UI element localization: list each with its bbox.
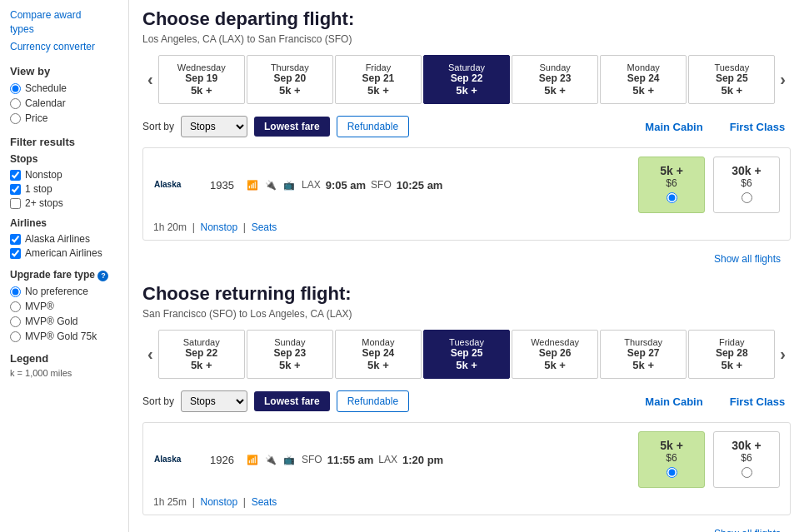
departing-fare-labels: Main Cabin First Class: [641, 121, 791, 133]
date-cell-1[interactable]: Thursday Sep 20 5k +: [247, 55, 333, 104]
departing-section: Choose departing flight: Los Angeles, CA…: [142, 8, 791, 270]
ret-date-cell-0[interactable]: Saturday Sep 22 5k +: [158, 330, 245, 379]
returning-flight-info: Alaska 1926 📶 🔌 📺 SFO 11:55 am LAX 1:20 …: [143, 423, 790, 496]
two-plus-stops-checkbox[interactable]: 2+ stops: [10, 197, 118, 209]
view-by-section: View by Schedule Calendar Price: [10, 65, 118, 124]
upgrade-fare-title: Upgrade fare type ?: [10, 269, 118, 281]
mvp-gold75k-radio[interactable]: MVP® Gold 75k: [10, 331, 118, 342]
returning-show-all-link[interactable]: Show all flights: [714, 528, 781, 532]
ret-date-cell-3[interactable]: Tuesday Sep 25 5k +: [423, 330, 510, 379]
departing-seats-link[interactable]: Seats: [252, 221, 277, 233]
returning-dest-code: LAX: [378, 454, 397, 465]
airlines-label: Airlines: [10, 217, 118, 229]
currency-converter-link[interactable]: Currency converter: [10, 40, 118, 54]
mvp-gold-radio[interactable]: MVP® Gold: [10, 316, 118, 327]
returning-main-sub: $6: [644, 452, 699, 464]
departing-show-all-link[interactable]: Show all flights: [714, 253, 781, 265]
returning-arrive-time: 1:20 pm: [402, 454, 443, 466]
departing-first-radio[interactable]: [719, 192, 774, 206]
departing-route: Los Angeles, CA (LAX) to San Francisco (…: [142, 33, 791, 45]
one-stop-checkbox[interactable]: 1 stop: [10, 183, 118, 195]
returning-first-price: 30k +: [719, 439, 774, 452]
returning-sort-bar: Sort by Stops Price Duration Lowest fare…: [142, 390, 791, 412]
date-cell-4[interactable]: Sunday Sep 23 5k +: [512, 55, 598, 104]
returning-nonstop-link[interactable]: Nonstop: [200, 496, 237, 508]
departing-main-cabin-label: Main Cabin: [641, 121, 707, 133]
returning-first-class-cell[interactable]: 30k + $6: [713, 431, 780, 488]
departing-prev-arrow[interactable]: ‹: [142, 70, 158, 89]
returning-flight-details: 1h 25m | Nonstop | Seats: [143, 496, 790, 515]
svg-text:Alaska: Alaska: [154, 454, 182, 463]
stops-filter: Stops Nonstop 1 stop 2+ stops: [10, 153, 118, 209]
stops-label: Stops: [10, 153, 118, 165]
svg-text:Alaska: Alaska: [154, 179, 182, 188]
main-content: Choose departing flight: Los Angeles, CA…: [129, 0, 804, 532]
legend-section: Legend k = 1,000 miles: [10, 352, 118, 378]
returning-main-price: 5k +: [644, 439, 699, 452]
departing-show-all: Show all flights: [142, 247, 791, 270]
date-cell-3[interactable]: Saturday Sep 22 5k +: [423, 55, 510, 104]
returning-seats-link[interactable]: Seats: [252, 496, 277, 508]
filter-results-label: Filter results: [10, 136, 118, 148]
returning-fare-cells: 5k + $6 30k + $6: [638, 431, 780, 488]
ret-date-cell-1[interactable]: Sunday Sep 23 5k +: [247, 330, 333, 379]
view-calendar[interactable]: Calendar: [10, 97, 118, 109]
departing-main-price: 5k +: [644, 164, 699, 177]
airlines-filter: Airlines Alaska Airlines American Airlin…: [10, 217, 118, 259]
departing-flight-row: Alaska 1935 📶 🔌 📺 LAX 9:05 am SFO 10:25 …: [142, 147, 791, 241]
departing-main-cabin-cell[interactable]: 5k + $6: [638, 157, 705, 213]
date-cell-2[interactable]: Friday Sep 21 5k +: [335, 55, 422, 104]
wifi-icon: 📶: [247, 180, 258, 191]
alaska-logo: Alaska: [153, 175, 203, 196]
sidebar: Compare award types Currency converter V…: [0, 0, 129, 532]
returning-sort-select[interactable]: Stops Price Duration: [181, 390, 247, 412]
american-airlines-checkbox[interactable]: American Airlines: [10, 247, 118, 259]
legend-title: Legend: [10, 352, 118, 365]
departing-refundable-btn[interactable]: Refundable: [337, 116, 409, 137]
nonstop-checkbox[interactable]: Nonstop: [10, 169, 118, 181]
view-schedule[interactable]: Schedule: [10, 82, 118, 94]
returning-next-arrow[interactable]: ›: [775, 345, 791, 364]
ret-date-cell-5[interactable]: Thursday Sep 27 5k +: [600, 330, 687, 379]
alaska-airlines-checkbox[interactable]: Alaska Airlines: [10, 233, 118, 245]
alaska-return-logo: Alaska: [153, 450, 203, 470]
mvp-radio[interactable]: MVP®: [10, 301, 118, 312]
ret-date-cell-2[interactable]: Monday Sep 24 5k +: [335, 330, 422, 379]
returning-fare-labels: Main Cabin First Class: [641, 395, 791, 408]
legend-text: k = 1,000 miles: [10, 368, 118, 378]
departing-nonstop-link[interactable]: Nonstop: [200, 221, 237, 233]
compare-award-link[interactable]: Compare award types: [10, 8, 118, 37]
date-cell-6[interactable]: Tuesday Sep 25 5k +: [688, 55, 775, 104]
departing-lowest-fare-btn[interactable]: Lowest fare: [254, 117, 330, 137]
info-icon[interactable]: ?: [97, 271, 108, 281]
returning-date-slider: ‹ Saturday Sep 22 5k + Sunday Sep 23 5k …: [142, 330, 791, 379]
view-by-label: View by: [10, 65, 118, 77]
returning-origin-code: SFO: [302, 454, 322, 465]
returning-flight-times: SFO 11:55 am LAX 1:20 pm: [302, 454, 632, 466]
ret-date-cell-4[interactable]: Wednesday Sep 26 5k +: [512, 330, 598, 379]
returning-main-cabin-label: Main Cabin: [641, 395, 707, 408]
view-price[interactable]: Price: [10, 112, 118, 124]
date-cell-0[interactable]: Wednesday Sep 19 5k +: [158, 55, 245, 104]
departing-main-radio[interactable]: [644, 192, 699, 206]
departing-date-slider: ‹ Wednesday Sep 19 5k + Thursday Sep 20 …: [142, 55, 791, 104]
returning-depart-time: 11:55 am: [327, 454, 374, 466]
returning-lowest-fare-btn[interactable]: Lowest fare: [254, 391, 330, 411]
no-preference-radio[interactable]: No preference: [10, 286, 118, 297]
returning-first-radio[interactable]: [719, 467, 774, 480]
returning-prev-arrow[interactable]: ‹: [142, 345, 158, 364]
returning-main-radio[interactable]: [644, 467, 699, 480]
returning-duration: 1h 25m: [153, 496, 187, 508]
ret-date-cell-6[interactable]: Friday Sep 28 5k +: [688, 330, 775, 379]
returning-section: Choose returning flight: San Francisco (…: [142, 283, 791, 532]
returning-flight-num: 1926: [210, 454, 240, 466]
returning-sort-label: Sort by: [142, 395, 174, 407]
date-cell-5[interactable]: Monday Sep 24 5k +: [600, 55, 687, 104]
departing-dest-code: SFO: [371, 179, 392, 191]
departing-next-arrow[interactable]: ›: [775, 70, 791, 89]
returning-refundable-btn[interactable]: Refundable: [337, 390, 409, 412]
departing-sort-select[interactable]: Stops Price Duration: [181, 116, 247, 137]
tv-icon: 📺: [283, 180, 295, 191]
departing-first-class-cell[interactable]: 30k + $6: [713, 157, 780, 213]
returning-main-cabin-cell[interactable]: 5k + $6: [638, 431, 705, 488]
